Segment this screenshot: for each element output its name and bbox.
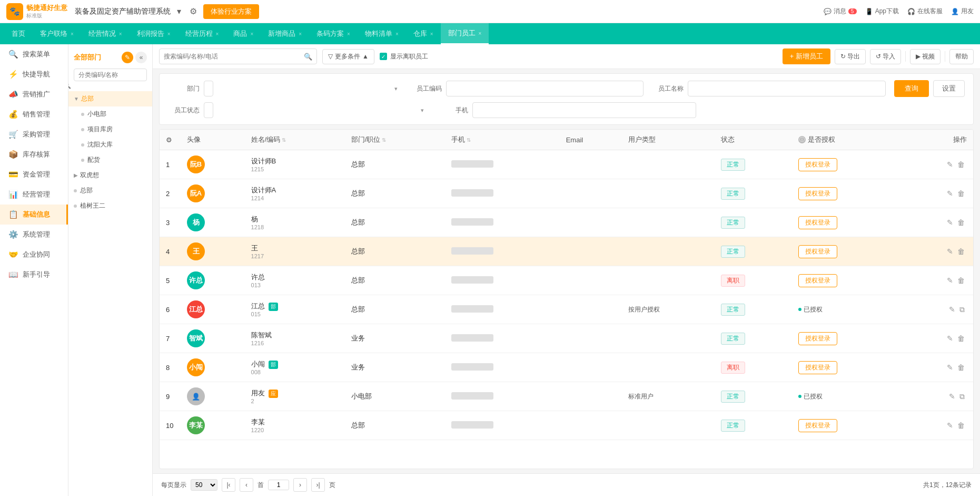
copy-button[interactable]: ⧉ — [957, 391, 967, 402]
auth-login-button[interactable]: 授权登录 — [798, 245, 837, 258]
prev-page-button[interactable]: ‹ — [240, 478, 253, 492]
edit-button[interactable]: ✎ — [945, 188, 955, 199]
tab-warehouse[interactable]: 仓库 × — [406, 23, 441, 44]
reset-button[interactable]: 设置 — [933, 80, 965, 97]
sidebar-item-marketing[interactable]: 📣 营销推广 — [0, 84, 68, 104]
tree-item-xiaodian[interactable]: 小电部 — [68, 106, 152, 122]
auth-login-button[interactable]: 授权登录 — [798, 361, 837, 374]
first-page-button[interactable]: |‹ — [222, 478, 235, 492]
search-input[interactable] — [164, 53, 304, 60]
delete-button[interactable]: 🗑 — [955, 188, 967, 199]
auth-login-button[interactable]: 授权登录 — [798, 332, 837, 345]
page-number-input[interactable] — [268, 480, 289, 490]
sidebar-item-finance[interactable]: 💳 资金管理 — [0, 164, 68, 184]
show-resigned-checkbox[interactable]: ✓ — [380, 53, 387, 60]
auth-login-button[interactable]: 授权登录 — [798, 216, 837, 229]
filter-dept-select[interactable] — [204, 81, 213, 96]
page-size-select[interactable]: 50 100 — [191, 479, 217, 491]
filter-empstatus-select[interactable] — [204, 102, 213, 118]
delete-button[interactable]: 🗑 — [955, 246, 967, 257]
next-page-button[interactable]: › — [293, 478, 307, 492]
sidebar-item-purchase[interactable]: 🛒 采购管理 — [0, 124, 68, 144]
gear-button[interactable]: ▾ — [175, 4, 183, 18]
delete-button[interactable]: 🗑 — [955, 159, 967, 170]
message-button[interactable]: 💬 消息 5 — [824, 7, 857, 16]
delete-button[interactable]: 🗑 — [955, 362, 967, 373]
edit-button[interactable]: ✎ — [945, 217, 955, 228]
close-goods-tab[interactable]: × — [250, 31, 253, 37]
dept-collapse-button[interactable]: « — [135, 52, 147, 63]
close-dept-tab[interactable]: × — [479, 31, 482, 36]
sidebar-item-collab[interactable]: 🤝 企业协同 — [0, 245, 68, 265]
tab-add-goods[interactable]: 新增商品 × — [261, 23, 309, 44]
auth-login-button[interactable]: 授权登录 — [798, 187, 837, 200]
sidebar-item-inventory[interactable]: 📦 库存核算 — [0, 144, 68, 164]
close-operation-tab[interactable]: × — [119, 31, 122, 37]
tree-item-zongbu2[interactable]: 总部 — [68, 183, 152, 198]
sort-dept[interactable]: 部门/职位 ⇅ — [351, 135, 439, 144]
more-filter-button[interactable]: ▽ 更多条件 ▲ — [322, 49, 374, 64]
tree-item-peihuo[interactable]: 配货 — [68, 152, 152, 168]
tree-item-zhishu[interactable]: 植树王二 — [68, 198, 152, 213]
close-customer-tab[interactable]: × — [71, 31, 74, 37]
online-service-button[interactable]: 🎧 在线客服 — [907, 7, 943, 16]
edit-button[interactable]: ✎ — [945, 420, 955, 431]
tab-operation[interactable]: 经营情况 × — [81, 23, 130, 44]
add-employee-button[interactable]: + 新增员工 — [783, 48, 830, 64]
edit-button[interactable]: ✎ — [945, 362, 955, 373]
try-industry-button[interactable]: 体验行业方案 — [203, 4, 259, 19]
filter-empcode-input[interactable] — [446, 81, 644, 96]
export-button[interactable]: ↻ 导出 — [835, 49, 866, 64]
delete-button[interactable]: 🗑 — [955, 217, 967, 228]
tree-item-zongbu-root[interactable]: ▼ 总部 — [68, 91, 152, 106]
close-add-goods-tab[interactable]: × — [299, 31, 302, 37]
auth-login-button[interactable]: 授权登录 — [798, 274, 837, 287]
query-button[interactable]: 查询 — [894, 80, 929, 97]
close-profit-tab[interactable]: × — [167, 31, 171, 37]
tree-item-project[interactable]: 项目库房 — [68, 122, 152, 137]
edit-button[interactable]: ✎ — [947, 391, 957, 402]
tree-item-shuanghu[interactable]: ▶ 双虎想 — [68, 168, 152, 183]
tab-history[interactable]: 经营历程 × — [178, 23, 226, 44]
tree-item-shenyang[interactable]: 沈阳大库 — [68, 137, 152, 152]
sidebar-item-basic[interactable]: 📋 基础信息 — [0, 205, 68, 225]
auth-login-button[interactable]: 授权登录 — [798, 158, 837, 171]
copy-button[interactable]: ⧉ — [957, 304, 967, 315]
tab-customer[interactable]: 客户联络 × — [33, 23, 81, 44]
edit-button[interactable]: ✎ — [947, 304, 957, 315]
tab-profit[interactable]: 利润报告 × — [130, 23, 178, 44]
auth-info-icon[interactable]: ⓘ — [798, 136, 806, 143]
sidebar-item-quicknav[interactable]: ⚡ 快捷导航 — [0, 64, 68, 84]
auth-login-button[interactable]: 授权登录 — [798, 419, 837, 432]
edit-button[interactable]: ✎ — [945, 246, 955, 257]
tab-home[interactable]: 首页 — [4, 23, 33, 44]
import-button[interactable]: ↺ 导入 — [870, 49, 901, 64]
tab-barcode[interactable]: 条码方案 × — [309, 23, 358, 44]
user-button[interactable]: 👤 用友 — [951, 7, 974, 16]
settings-button[interactable]: ⚙ — [187, 4, 199, 18]
filter-phone-input[interactable] — [472, 102, 697, 118]
settings-icon[interactable]: ⚙ — [166, 136, 172, 144]
sort-phone[interactable]: 手机 ⇅ — [451, 135, 553, 144]
edit-button[interactable]: ✎ — [945, 275, 955, 286]
sidebar-item-system[interactable]: ⚙️ 系统管理 — [0, 225, 68, 245]
close-barcode-tab[interactable]: × — [347, 31, 350, 37]
delete-button[interactable]: 🗑 — [955, 333, 967, 344]
sidebar-item-guide[interactable]: 📖 新手引导 — [0, 265, 68, 285]
sidebar-item-business[interactable]: 📊 经营管理 — [0, 184, 68, 205]
dept-search-input[interactable] — [74, 69, 147, 81]
show-resigned-checkbox-label[interactable]: ✓ 显示离职员工 — [380, 52, 428, 61]
close-bom-tab[interactable]: × — [395, 31, 399, 37]
tab-goods[interactable]: 商品 × — [226, 23, 261, 44]
close-history-tab[interactable]: × — [216, 31, 219, 37]
app-download-button[interactable]: 📱 App下载 — [865, 7, 899, 16]
sidebar-item-search[interactable]: 🔍 搜索菜单 — [0, 44, 68, 64]
sort-name[interactable]: 姓名/编码 ⇅ — [251, 135, 339, 144]
edit-button[interactable]: ✎ — [945, 333, 955, 344]
last-page-button[interactable]: ›| — [311, 478, 325, 492]
view-button[interactable]: ▶ 视频 — [910, 49, 941, 64]
delete-button[interactable]: 🗑 — [955, 275, 967, 286]
filter-empname-input[interactable] — [688, 81, 886, 96]
tab-bom[interactable]: 物料清单 × — [358, 23, 406, 44]
tab-department[interactable]: 部门员工 × — [441, 23, 489, 44]
